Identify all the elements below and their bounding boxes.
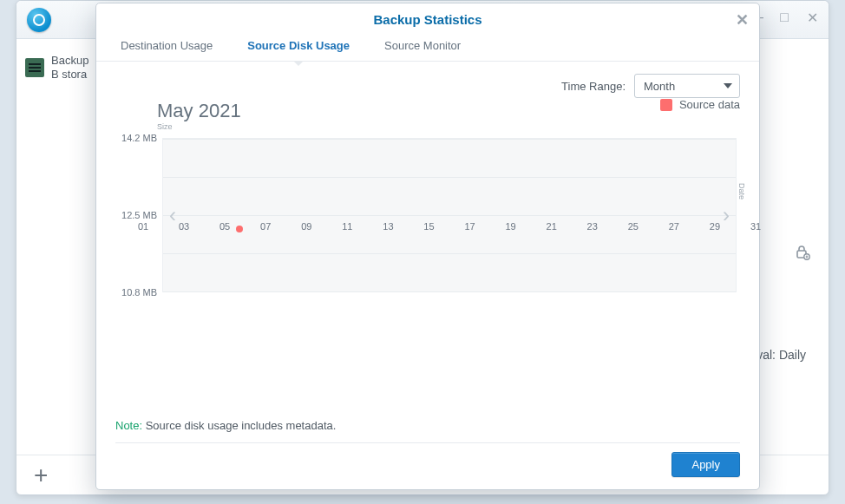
- sidebar-item-backup[interactable]: Backup B stora: [16, 47, 102, 89]
- sidebar-item-title: Backup: [51, 54, 88, 68]
- close-button[interactable]: ✕: [804, 10, 820, 26]
- legend-label: Source data: [679, 98, 740, 111]
- y-axis: 14.2 MB 12.5 MB 10.8 MB: [115, 138, 162, 292]
- server-icon: [25, 58, 44, 77]
- sidebar-item-subtitle: B stora: [51, 68, 88, 82]
- modal-body: Time Range: Month May 2021 Size Source d…: [96, 62, 759, 443]
- xtick: 29: [710, 221, 720, 232]
- modal-close-button[interactable]: ✕: [736, 10, 749, 29]
- note-line: Note: Source disk usage includes metadat…: [115, 416, 740, 443]
- xtick: 07: [260, 221, 271, 232]
- xtick: 27: [669, 221, 679, 232]
- time-range-label: Time Range:: [561, 80, 626, 93]
- tabs: Destination Usage Source Disk Usage Sour…: [96, 32, 759, 62]
- time-range-select[interactable]: Month: [634, 74, 740, 98]
- chart-subtitle: Size: [157, 122, 740, 131]
- tab-source-monitor[interactable]: Source Monitor: [376, 32, 469, 61]
- maximize-button[interactable]: □: [776, 10, 792, 26]
- sidebar-item-text: Backup B stora: [51, 54, 88, 82]
- interval-text: val: Daily: [757, 348, 806, 362]
- add-button[interactable]: +: [27, 461, 55, 489]
- controls-row: Time Range: Month: [115, 74, 740, 98]
- xtick: 23: [587, 221, 598, 232]
- modal-footer: Apply: [96, 443, 759, 489]
- time-range-value: Month: [644, 80, 675, 93]
- ytick: 12.5 MB: [121, 210, 157, 220]
- xtick: 31: [750, 221, 761, 232]
- lock-settings-icon[interactable]: [794, 244, 811, 265]
- chart-title: May 2021: [157, 100, 740, 122]
- note-text: Source disk usage includes metadata.: [142, 419, 336, 432]
- ytick: 14.2 MB: [121, 133, 157, 143]
- xtick: 01: [138, 221, 148, 232]
- note-key: Note:: [115, 419, 142, 432]
- sidebar: Backup B stora: [16, 40, 103, 460]
- xtick: 15: [423, 221, 434, 232]
- xtick: 19: [505, 221, 515, 232]
- x-axis: 01030507091113151719212325272931: [143, 221, 756, 235]
- xtick: 21: [547, 221, 557, 232]
- chevron-down-icon: [724, 83, 732, 88]
- xtick: 09: [301, 221, 311, 232]
- x-axis-label: Date: [737, 183, 746, 200]
- xtick: 17: [464, 221, 475, 232]
- apply-button[interactable]: Apply: [671, 452, 740, 477]
- xtick: 03: [179, 221, 189, 232]
- app-logo-icon: [27, 8, 51, 32]
- modal-title: Backup Statistics ✕: [96, 3, 759, 32]
- tab-source-disk-usage[interactable]: Source Disk Usage: [239, 32, 358, 61]
- ytick: 10.8 MB: [121, 287, 157, 298]
- xtick: 05: [219, 221, 230, 232]
- legend-swatch-icon: [660, 99, 672, 111]
- xtick: 13: [383, 221, 393, 232]
- chart-plot: ‹ › Date: [162, 138, 737, 292]
- backup-statistics-modal: Backup Statistics ✕ Destination Usage So…: [95, 3, 760, 490]
- modal-title-text: Backup Statistics: [373, 12, 481, 27]
- tab-destination-usage[interactable]: Destination Usage: [112, 32, 221, 61]
- xtick: 11: [342, 221, 352, 232]
- legend: Source data: [660, 98, 740, 111]
- chart-area: 14.2 MB 12.5 MB 10.8 MB ‹ › Date: [115, 138, 737, 292]
- xtick: 25: [628, 221, 639, 232]
